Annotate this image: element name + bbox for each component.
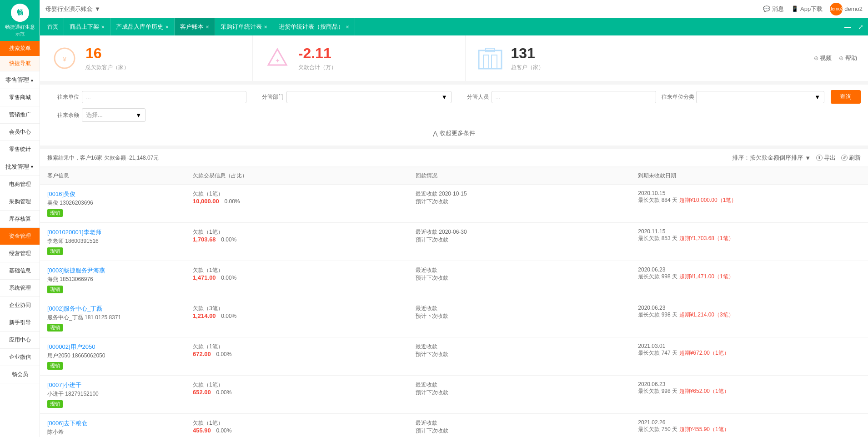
help-link[interactable]: ⊙ 帮助 [839,54,857,62]
company-selector[interactable]: 母婴行业演示账套 ▼ [45,5,100,13]
table-row: [000002]用户2050 用户2050 18665062050 现销 欠款（… [40,337,868,376]
sidebar-item-marketing[interactable]: 营销推广 [0,106,40,124]
svg-rect-4 [479,50,502,69]
sidebar-item-changhui[interactable]: 畅会员 [0,366,40,383]
tab-close-icon[interactable]: ✕ [264,25,267,30]
tab-product-listing[interactable]: 商品上下架 ✕ [64,18,110,35]
sidebar-item-purchase[interactable]: 采购管理 [0,193,40,211]
tab-close-icon[interactable]: ✕ [165,25,169,30]
debt-cell: 欠款（1笔） 455.90 0.00% [193,419,416,434]
customer-detail: 小迸干 18279152100 [47,390,193,398]
sidebar-item-retail-stats[interactable]: 零售统计 [0,141,40,158]
customer-tag: 现销 [47,209,63,217]
sidebar-item-retail-mall[interactable]: 零售商城 [0,89,40,106]
stat-card-debt-amount-info: -2.11 欠款合计（万） [298,45,336,71]
customer-name[interactable]: [0001020001]李老师 [47,228,193,236]
col-debt-info: 欠款交易信息（占比） [193,172,416,180]
tab-close-icon[interactable]: ✕ [346,25,349,30]
dept-select[interactable]: ▼ [286,91,451,103]
search-menu[interactable]: 搜索菜单 [0,41,40,56]
table-row: [0016]吴俊 吴俊 13026203696 现销 欠款（1笔） 10,000… [40,185,868,223]
sidebar-item-members[interactable]: 会员中心 [0,124,40,141]
sidebar-item-operations[interactable]: 经营管理 [0,245,40,262]
table-row: [0007]小迸干 小迸干 18279152100 现销 欠款（1笔） 652.… [40,376,868,414]
tab-production-history[interactable]: 产成品入库单历史 ✕ [110,18,175,35]
tab-inbound-stats[interactable]: 进货单统计表（按商品） ✕ [273,18,355,35]
tab-purchase-order-stats[interactable]: 采购订单统计表 ✕ [215,18,273,35]
customer-detail: 海燕 18513066976 [47,276,193,283]
tab-close-icon[interactable]: ✕ [206,25,209,30]
sidebar-item-collab[interactable]: 企业协同 [0,297,40,314]
stat-total-label: 总客户（家） [511,64,544,71]
sidebar-item-ecommerce[interactable]: 电商管理 [0,176,40,193]
sidebar-item-inventory[interactable]: 库存核算 [0,211,40,228]
customer-cell: [0002]服务中心_丁磊 服务中心_丁磊 181 0125 8371 现销 [47,305,193,332]
col-due-date: 到期未收款日期 [638,172,861,180]
stats-row: ¥ 16 总欠款客户（家） ✦ -2.11 欠款合计（万） [40,35,868,81]
debt-cell: 欠款（1笔） 672.00 0.00% [193,343,416,357]
customer-name[interactable]: [0002]服务中心_丁磊 [47,305,193,313]
content-area: ¥ 16 总欠款客户（家） ✦ -2.11 欠款合计（万） [40,35,868,437]
tabbar: 首页 商品上下架 ✕ 产成品入库单历史 ✕ 客户账本 ✕ 采购订单统计表 ✕ 进… [40,18,868,35]
customer-cell: [000002]用户2050 用户2050 18665062050 现销 [47,343,193,370]
customer-detail: 吴俊 13026203696 [47,199,193,207]
customer-detail: 用户2050 18665062050 [47,352,193,360]
debt-cell: 欠款（1笔） 1,703.68 0.00% [193,228,416,243]
tab-customer-account[interactable]: 客户账本 ✕ [175,18,215,35]
sort-select[interactable]: 排序：按欠款金额倒序排序 ▼ [732,154,811,162]
table-row: [0001020001]李老师 李老师 18600391516 现销 欠款（1笔… [40,223,868,261]
sidebar-item-guide[interactable]: 新手引导 [0,314,40,332]
svg-rect-5 [483,55,489,69]
refresh-icon: ↺ [841,155,848,161]
sidebar-item-finance[interactable]: 资金管理 [0,228,40,245]
chevron-up-icon: ⋀ [433,130,438,137]
results-header: 搜索结果中，客户16家 欠款金额 -21,148.07元 排序：按欠款金额倒序排… [40,149,868,166]
customer-name[interactable]: [0003]畅捷服务尹海燕 [47,266,193,275]
manager-input[interactable]: ... [492,91,656,103]
sidebar-item-basic-info[interactable]: 基础信息 [0,262,40,280]
tab-close-icon[interactable]: ✕ [101,25,105,30]
export-btn[interactable]: ⬆ 导出 [816,154,836,162]
collapse-btn[interactable]: ⋀ 收起更多条件 [47,126,861,140]
company-name: 母婴行业演示账套 [45,5,93,13]
customer-cell: [0006]去下粮仓 陈小希 现销 [47,419,193,437]
quick-nav[interactable]: 快捷导航 [0,56,40,71]
tab-actions: — ⤢ [842,23,866,30]
video-link[interactable]: ⊙ 视频 [814,54,832,62]
chevron-down-icon: ▼ [814,94,820,100]
balance-select[interactable]: 选择... ▼ [82,108,146,122]
stat-card-total-customers: 131 总客户（家） ⊙ 视频 ⊙ 帮助 [466,35,868,81]
customer-cell: [0003]畅捷服务尹海燕 海燕 18513066976 现销 [47,266,193,293]
logo[interactable]: 畅 畅捷通好生意 示范 [0,0,40,41]
user-avatar-btn[interactable]: demo2 demo2 [830,3,863,15]
refresh-btn[interactable]: ↺ 刷新 [841,154,861,162]
tab-expand-icon[interactable]: ⤢ [855,23,866,30]
unit-category-select[interactable]: ▼ [696,91,824,103]
customer-name[interactable]: [000002]用户2050 [47,343,193,351]
customer-tag: 现销 [47,324,63,332]
sidebar-item-system[interactable]: 系统管理 [0,280,40,297]
debt-cell: 欠款（1笔） 652.00 0.00% [193,381,416,396]
sidebar-item-label: 零售管理 [5,76,29,84]
source-unit-input[interactable]: ... [82,91,246,103]
stat-card-debt-customers: ¥ 16 总欠款客户（家） [40,35,253,81]
tab-minimize-icon[interactable]: — [842,23,853,30]
sidebar-item-retail-mgmt[interactable]: 零售管理 ▲ [0,71,40,89]
due-cell: 2020.11.15 最长欠款 853 天 超期¥1,703.68（1笔） [638,228,861,242]
sidebar: 畅 畅捷通好生意 示范 搜索菜单 快捷导航 零售管理 ▲ 零售商城 营销推广 会… [0,0,40,437]
customer-name[interactable]: [0006]去下粮仓 [47,419,193,427]
filter-source-unit: 往来单位 ... [47,91,246,103]
message-btn[interactable]: 💬 消息 [763,5,784,13]
sidebar-item-wecom[interactable]: 企业微信 [0,349,40,366]
stat-card-debt-info: 16 总欠款客户（家） [85,45,129,71]
chevron-down-icon: ▼ [95,5,100,12]
tab-home[interactable]: 首页 [42,18,64,35]
sidebar-item-wholesale[interactable]: 批发管理 ▼ [0,158,40,176]
stat-card-total-info: 131 总客户（家） [511,45,544,71]
sidebar-item-apps[interactable]: 应用中心 [0,332,40,349]
query-button[interactable]: 查询 [831,90,861,104]
customer-name[interactable]: [0007]小迸干 [47,381,193,389]
customer-name[interactable]: [0016]吴俊 [47,190,193,198]
table-row: [0006]去下粮仓 陈小希 现销 欠款（1笔） 455.90 0.00% 最近… [40,414,868,437]
app-download-btn[interactable]: 📱 App下载 [791,5,823,13]
